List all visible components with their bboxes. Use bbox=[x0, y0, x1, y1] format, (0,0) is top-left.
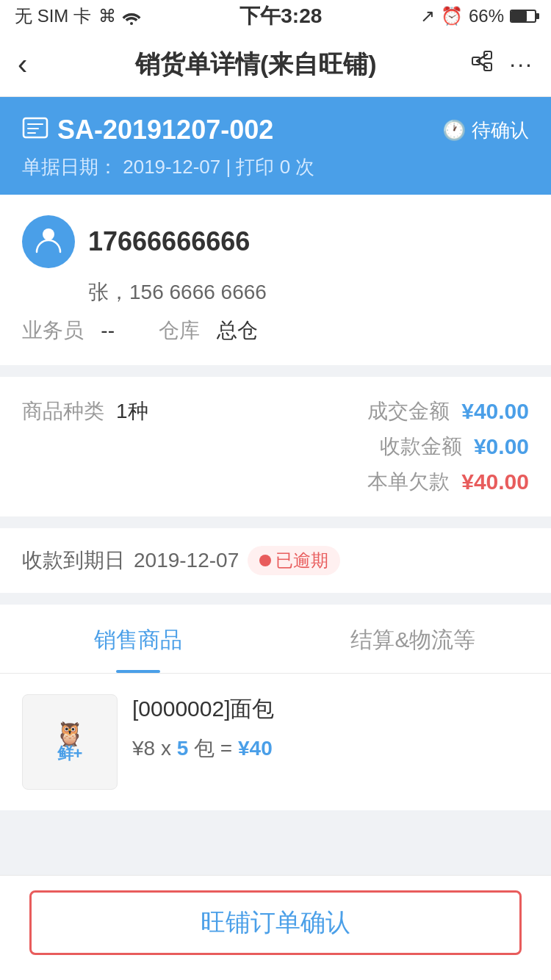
avatar bbox=[22, 215, 75, 268]
status-text: 待确认 bbox=[472, 118, 529, 143]
alarm-icon: ⏰ bbox=[441, 6, 463, 26]
status-time: 下午3:28 bbox=[240, 2, 322, 30]
deal-amount-value: ¥40.00 bbox=[461, 399, 529, 424]
owed-amount-value: ¥40.00 bbox=[461, 469, 529, 494]
nav-actions: ··· bbox=[469, 48, 533, 80]
product-unit: 包 bbox=[194, 737, 215, 760]
status-bar: 无 SIM 卡 ⌘ 下午3:28 ↗ ⏰ 66% bbox=[0, 0, 551, 32]
order-id-text: SA-20191207-002 bbox=[57, 115, 273, 145]
sales-label: 业务员 bbox=[22, 319, 84, 342]
received-label: 收款金额 bbox=[380, 433, 462, 461]
overdue-badge: 已逾期 bbox=[248, 546, 340, 575]
tabs: 销售商品 结算&物流等 bbox=[0, 605, 551, 674]
multiply-sign: x bbox=[161, 737, 177, 760]
order-status: 🕐 待确认 bbox=[442, 118, 529, 143]
status-right: ↗ ⏰ 66% bbox=[420, 6, 536, 26]
bottom-bar: 旺铺订单确认 bbox=[0, 875, 551, 980]
status-clock-icon: 🕐 bbox=[442, 119, 466, 142]
order-id-icon bbox=[22, 115, 48, 145]
share-icon[interactable] bbox=[469, 48, 494, 80]
tab-section: 销售商品 结算&物流等 🦉 鲜+ [0000002]面包 ¥8 x 5 包 = … bbox=[0, 605, 551, 810]
page-title: 销货单详情(来自旺铺) bbox=[42, 48, 469, 82]
customer-section: 17666666666 张，156 6666 6666 业务员 -- 仓库 总仓 bbox=[0, 195, 551, 365]
tab-settlement[interactable]: 结算&物流等 bbox=[276, 605, 551, 673]
order-date: 单据日期： 2019-12-07 | 打印 0 次 bbox=[22, 154, 529, 180]
product-total: ¥40 bbox=[238, 737, 273, 760]
product-thumbnail: 🦉 鲜+ bbox=[22, 694, 118, 790]
svg-point-0 bbox=[130, 22, 133, 25]
tab-products[interactable]: 销售商品 bbox=[0, 605, 276, 673]
nav-bar: ‹ 销货单详情(来自旺铺) ··· bbox=[0, 32, 551, 97]
product-name: [0000002]面包 bbox=[132, 694, 529, 724]
received-amount-value: ¥0.00 bbox=[474, 434, 529, 459]
customer-meta: 业务员 -- 仓库 总仓 bbox=[22, 317, 529, 345]
category-label: 商品种类 bbox=[22, 397, 104, 425]
carrier-label: 无 SIM 卡 bbox=[15, 4, 91, 28]
product-logo: 🦉 鲜+ bbox=[55, 722, 84, 762]
back-button[interactable]: ‹ bbox=[18, 48, 27, 81]
unit-price: ¥8 bbox=[132, 737, 155, 760]
overdue-dot-icon bbox=[259, 555, 271, 566]
confirm-button[interactable]: 旺铺订单确认 bbox=[29, 890, 522, 955]
due-date-section: 收款到期日 2019-12-07 已逾期 bbox=[0, 528, 551, 593]
customer-name: 张，156 6666 6666 bbox=[88, 278, 529, 306]
order-banner: SA-20191207-002 🕐 待确认 单据日期： 2019-12-07 |… bbox=[0, 97, 551, 195]
svg-point-5 bbox=[43, 228, 54, 240]
battery-label: 66% bbox=[469, 6, 504, 26]
deal-amount-label: 成交金额 bbox=[367, 397, 450, 425]
location-icon: ↗ bbox=[420, 6, 435, 26]
sales-value: -- bbox=[101, 319, 115, 342]
product-price: ¥8 x 5 包 = ¥40 bbox=[132, 735, 529, 763]
status-left: 无 SIM 卡 ⌘ bbox=[15, 4, 142, 28]
due-date-value: 2019-12-07 bbox=[134, 549, 239, 572]
wifi-icon: ⌘ bbox=[98, 6, 142, 26]
avatar-icon bbox=[32, 223, 65, 262]
product-info: [0000002]面包 ¥8 x 5 包 = ¥40 bbox=[132, 694, 529, 763]
warehouse-label: 仓库 bbox=[159, 319, 200, 342]
customer-phone: 17666666666 bbox=[88, 226, 250, 257]
summary-section: 商品种类 1种 成交金额 ¥40.00 收款金额 ¥0.00 本单欠款 ¥40.… bbox=[0, 377, 551, 516]
due-date-label: 收款到期日 bbox=[22, 547, 125, 574]
category-value: 1种 bbox=[116, 397, 148, 425]
equals-sign: = bbox=[220, 737, 238, 760]
product-item: 🦉 鲜+ [0000002]面包 ¥8 x 5 包 = ¥40 bbox=[0, 674, 551, 810]
owed-label: 本单欠款 bbox=[367, 468, 450, 496]
battery-icon bbox=[510, 10, 536, 23]
more-icon[interactable]: ··· bbox=[509, 51, 533, 78]
warehouse-value: 总仓 bbox=[217, 319, 258, 342]
summary-amounts: 成交金额 ¥40.00 收款金额 ¥0.00 本单欠款 ¥40.00 bbox=[367, 397, 529, 496]
overdue-label: 已逾期 bbox=[276, 549, 328, 572]
product-qty: 5 bbox=[177, 737, 189, 760]
